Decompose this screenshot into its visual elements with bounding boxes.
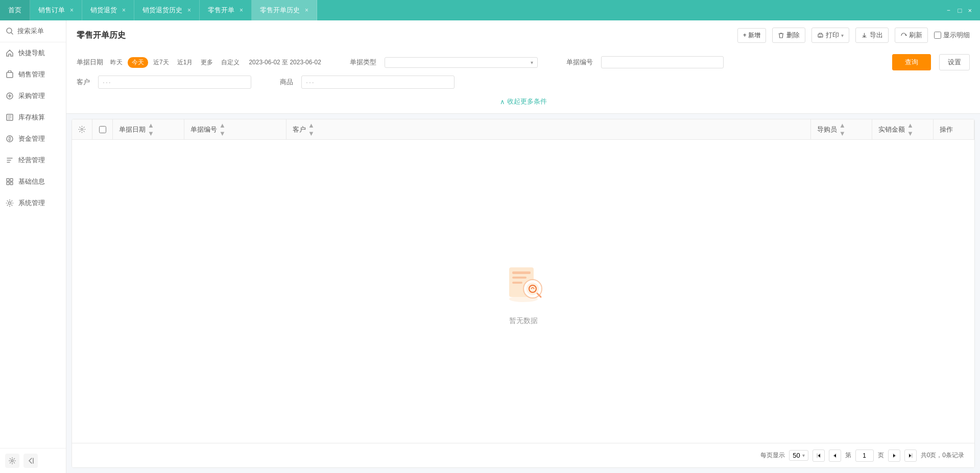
customer-field: 客户 ··· <box>77 76 251 89</box>
th-date[interactable]: 单据日期 ▲ ▼ <box>113 119 184 140</box>
svg-rect-9 <box>10 182 13 185</box>
print-button[interactable]: 打印 ▾ <box>811 28 849 43</box>
goods-input[interactable]: ··· <box>301 76 455 89</box>
th-guide-sort[interactable]: ▲ ▼ <box>839 121 846 137</box>
goods-label: 商品 <box>280 78 293 87</box>
settings-button[interactable]: 设置 <box>939 54 970 70</box>
refresh-icon <box>900 32 907 39</box>
sidebar-item-inventory[interactable]: 库存核算 <box>0 107 66 128</box>
tab-sales-order-close[interactable]: × <box>70 7 74 14</box>
first-page-btn[interactable] <box>812 450 825 462</box>
sidebar-item-finance-label: 资金管理 <box>18 134 45 143</box>
add-button[interactable]: + 新增 <box>737 28 766 43</box>
date-btn-7days[interactable]: 近7天 <box>150 57 172 68</box>
purchase-icon <box>5 91 14 101</box>
basic-icon <box>5 177 14 186</box>
toolbar: + 新增 删除 打印 ▾ <box>737 28 970 43</box>
date-range: 2023-06-02 至 2023-06-02 <box>249 58 321 67</box>
date-btn-custom[interactable]: 自定义 <box>218 57 243 68</box>
tab-sales-return-history[interactable]: 销货退货历史 × <box>134 0 200 20</box>
per-page-value: 50 <box>793 452 800 459</box>
pagination: 每页显示 50 ▾ 第 页 <box>72 443 974 467</box>
svg-point-15 <box>81 129 83 131</box>
tab-sales-order-label: 销售订单 <box>38 6 65 15</box>
sidebar-item-system[interactable]: 系统管理 <box>0 192 66 214</box>
customer-input[interactable]: ··· <box>98 76 251 89</box>
print-arrow[interactable]: ▾ <box>841 33 844 38</box>
th-amount[interactable]: 实销金额 ▲ ▼ <box>872 119 934 140</box>
sidebar-item-operation[interactable]: 经营管理 <box>0 150 66 171</box>
tab-retail-open[interactable]: 零售开单 × <box>200 0 252 20</box>
sidebar-item-finance[interactable]: 资金管理 <box>0 128 66 150</box>
sidebar-item-sales-label: 销售管理 <box>18 70 45 79</box>
tab-sales-return-history-close[interactable]: × <box>187 7 191 14</box>
num-field: 单据编号 <box>566 56 724 68</box>
tab-retail-open-close[interactable]: × <box>240 7 243 14</box>
delete-button[interactable]: 删除 <box>772 28 805 43</box>
display-detail-input[interactable] <box>934 32 941 39</box>
prev-page-btn[interactable] <box>829 450 841 462</box>
tab-retail-history[interactable]: 零售开单历史 × <box>252 0 317 20</box>
settings-bottom-btn[interactable] <box>5 454 19 468</box>
tab-sales-return[interactable]: 销货退货 × <box>82 0 134 20</box>
tab-retail-open-label: 零售开单 <box>208 6 234 15</box>
query-section: 单据日期 昨天 今天 近7天 近1月 更多 自定义 2023-06-02 至 2… <box>77 49 970 113</box>
collapse-button[interactable]: ∧ 收起更多条件 <box>500 97 547 106</box>
th-guide[interactable]: 导购员 ▲ ▼ <box>811 119 872 140</box>
per-page-select[interactable]: 50 ▾ <box>789 450 808 461</box>
inventory-icon <box>5 113 14 122</box>
sidebar-item-inventory-label: 库存核算 <box>18 113 45 122</box>
th-date-label: 单据日期 <box>119 125 146 134</box>
th-num-sort[interactable]: ▲ ▼ <box>219 121 226 137</box>
select-all-checkbox[interactable] <box>99 126 106 133</box>
search-label: 搜索采单 <box>17 27 44 36</box>
th-settings[interactable] <box>72 119 92 140</box>
page-header: 零售开单历史 + 新增 删除 打印 <box>66 20 980 114</box>
date-btn-1month[interactable]: 近1月 <box>174 57 196 68</box>
goods-field: 商品 ··· <box>280 76 455 89</box>
sidebar-item-sales[interactable]: 销售管理 <box>0 64 66 85</box>
svg-line-1 <box>11 33 13 34</box>
date-btn-yesterday[interactable]: 昨天 <box>107 57 126 68</box>
next-page-btn[interactable] <box>888 450 900 462</box>
collapse-sidebar-btn[interactable] <box>23 454 38 468</box>
sidebar-item-quick-nav[interactable]: 快捷导航 <box>0 42 66 64</box>
th-customer-sort[interactable]: ▲ ▼ <box>308 121 315 137</box>
date-btn-more[interactable]: 更多 <box>198 57 216 68</box>
operation-icon <box>5 156 14 165</box>
type-label: 单据类型 <box>350 58 376 67</box>
tab-sales-return-close[interactable]: × <box>122 7 126 14</box>
export-button[interactable]: 导出 <box>855 28 889 43</box>
date-btn-today[interactable]: 今天 <box>128 57 148 68</box>
th-amount-sort[interactable]: ▲ ▼ <box>907 121 914 137</box>
goods-placeholder: ··· <box>306 78 315 86</box>
window-close[interactable]: × <box>968 7 972 14</box>
type-arrow: ▾ <box>531 60 533 65</box>
sidebar-item-basic[interactable]: 基础信息 <box>0 171 66 192</box>
first-page-icon <box>816 453 822 459</box>
tab-retail-history-close[interactable]: × <box>305 7 308 14</box>
tab-sales-order[interactable]: 销售订单 × <box>30 0 82 20</box>
collapse-row: ∧ 收起更多条件 <box>77 94 970 108</box>
query-button[interactable]: 查询 <box>892 54 931 70</box>
th-num[interactable]: 单据编号 ▲ ▼ <box>184 119 286 140</box>
svg-rect-13 <box>818 34 823 37</box>
display-detail-checkbox[interactable]: 显示明细 <box>934 31 970 40</box>
sidebar-item-basic-label: 基础信息 <box>18 177 45 186</box>
window-max[interactable]: □ <box>958 7 962 14</box>
sidebar-search[interactable]: 搜索采单 <box>0 20 66 42</box>
th-checkbox[interactable] <box>92 119 113 140</box>
type-select[interactable]: ▾ <box>385 57 538 68</box>
num-input[interactable] <box>601 56 724 68</box>
th-customer[interactable]: 客户 ▲ ▼ <box>286 119 811 140</box>
page-input[interactable] <box>855 450 874 462</box>
window-min[interactable]: － <box>945 6 952 15</box>
svg-rect-6 <box>7 179 9 181</box>
th-date-sort[interactable]: ▲ ▼ <box>148 121 154 137</box>
collapse-label: 收起更多条件 <box>507 97 547 106</box>
last-page-icon <box>907 453 914 459</box>
last-page-btn[interactable] <box>904 450 917 462</box>
sidebar-item-purchase[interactable]: 采购管理 <box>0 85 66 107</box>
tab-home[interactable]: 首页 <box>0 0 30 20</box>
refresh-button[interactable]: 刷新 <box>895 28 928 43</box>
